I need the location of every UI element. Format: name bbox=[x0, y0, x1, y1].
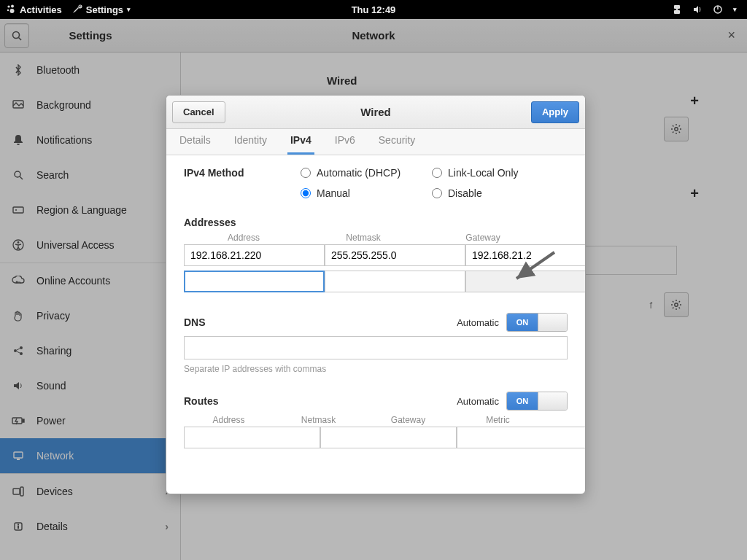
routes-automatic-label: Automatic bbox=[457, 396, 499, 407]
power-tray-icon[interactable] bbox=[713, 4, 723, 15]
netmask-input[interactable] bbox=[325, 244, 465, 266]
svg-rect-7 bbox=[676, 9, 678, 10]
svg-point-0 bbox=[7, 5, 9, 7]
svg-point-3 bbox=[10, 9, 15, 13]
dns-automatic-label: Automatic bbox=[457, 317, 499, 328]
route-gateway-input[interactable] bbox=[457, 427, 585, 448]
routes-label: Routes bbox=[184, 395, 218, 407]
radio-link-local[interactable]: Link-Local Only bbox=[432, 167, 563, 179]
route-netmask-input[interactable] bbox=[320, 427, 457, 448]
gnome-topbar: Activities Settings ▾ Thu 12:49 ▾ bbox=[0, 0, 747, 19]
dialog-header: Cancel Wired Apply bbox=[166, 96, 585, 129]
dialog-tabs: Details Identity IPv4 IPv6 Security bbox=[166, 129, 585, 155]
address-input[interactable] bbox=[184, 244, 325, 266]
radio-disable[interactable]: Disable bbox=[432, 187, 563, 199]
cancel-button[interactable]: Cancel bbox=[172, 101, 225, 123]
address-input[interactable] bbox=[184, 271, 325, 292]
app-menu[interactable]: Settings ▾ bbox=[72, 4, 131, 15]
netmask-input[interactable] bbox=[325, 271, 465, 292]
radio-manual[interactable]: Manual bbox=[301, 187, 432, 199]
dns-hint: Separate IP addresses with commas bbox=[184, 364, 568, 374]
tab-identity[interactable]: Identity bbox=[231, 128, 270, 155]
wired-settings-dialog: Cancel Wired Apply Details Identity IPv4… bbox=[166, 95, 586, 494]
dialog-title: Wired bbox=[360, 106, 391, 118]
activities-button[interactable]: Activities bbox=[6, 4, 62, 15]
address-headers: Address Netmask Gateway bbox=[184, 233, 568, 243]
chevron-down-icon: ▾ bbox=[127, 6, 131, 13]
radio-automatic[interactable]: Automatic (DHCP) bbox=[301, 167, 432, 179]
apply-button[interactable]: Apply bbox=[531, 101, 579, 123]
addresses-label: Addresses bbox=[184, 217, 568, 228]
routes-automatic-switch[interactable]: ON bbox=[506, 392, 568, 411]
tab-security[interactable]: Security bbox=[376, 128, 419, 155]
route-address-input[interactable] bbox=[184, 427, 320, 448]
ipv4-method-label: IPv4 Method bbox=[184, 167, 301, 179]
gnome-logo-icon bbox=[6, 4, 16, 15]
tab-ipv4[interactable]: IPv4 bbox=[287, 128, 314, 155]
svg-point-2 bbox=[7, 9, 9, 11]
chevron-down-icon[interactable]: ▾ bbox=[733, 6, 737, 13]
volume-tray-icon[interactable] bbox=[692, 4, 703, 15]
svg-rect-5 bbox=[674, 5, 680, 9]
routes-headers: Address Netmask Gateway Metric bbox=[184, 415, 568, 425]
dns-label: DNS bbox=[184, 316, 206, 328]
svg-point-1 bbox=[11, 4, 14, 7]
gateway-input[interactable] bbox=[465, 244, 585, 266]
tab-ipv6[interactable]: IPv6 bbox=[332, 128, 358, 155]
dialog-body[interactable]: IPv4 Method Automatic (DHCP) Link-Local … bbox=[166, 155, 585, 494]
gateway-input[interactable] bbox=[465, 271, 585, 292]
activities-label: Activities bbox=[20, 4, 62, 15]
svg-rect-6 bbox=[674, 10, 680, 14]
settings-wrench-icon bbox=[72, 4, 82, 15]
address-row-empty: ✕ bbox=[184, 271, 568, 292]
app-menu-label: Settings bbox=[86, 4, 123, 15]
clock[interactable]: Thu 12:49 bbox=[352, 4, 396, 15]
routes-row: ✕ bbox=[184, 427, 568, 448]
tab-details[interactable]: Details bbox=[177, 128, 214, 155]
address-row: ✕ bbox=[184, 244, 568, 266]
dns-input[interactable] bbox=[184, 336, 568, 359]
dns-automatic-switch[interactable]: ON bbox=[506, 313, 568, 332]
network-tray-icon[interactable] bbox=[672, 4, 682, 15]
